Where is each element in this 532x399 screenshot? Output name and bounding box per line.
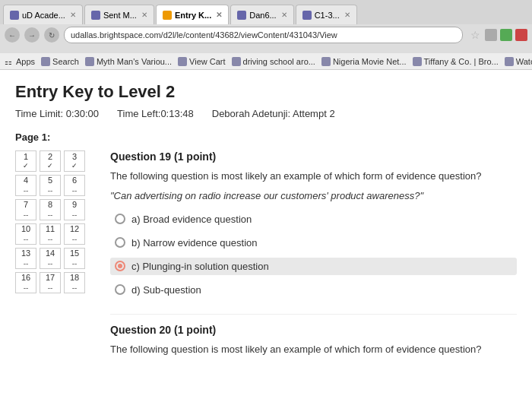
q20-text: The following question is most likely an… bbox=[110, 342, 517, 357]
q19-option-d[interactable]: d) Sub-question bbox=[110, 281, 517, 299]
main-layout: 1 ✓ 2 ✓ 3 ✓ bbox=[15, 150, 517, 363]
q19-text: The following question is most likely an… bbox=[110, 169, 517, 184]
q19-header: Question 19 (1 point) bbox=[110, 150, 517, 163]
q19-option-c[interactable]: c) Plunging-in solution question bbox=[110, 258, 517, 275]
q19-options: a) Broad evidence question b) Narrow evi… bbox=[110, 211, 517, 299]
bm-phat[interactable]: Watch Phat Girlz... bbox=[505, 57, 532, 66]
bm-myth[interactable]: Myth Man's Variou... bbox=[85, 57, 172, 66]
question-separator bbox=[110, 314, 517, 315]
bm-tiffany[interactable]: Tiffany & Co. | Bro... bbox=[413, 57, 499, 66]
apps-icon: ⚏ bbox=[5, 57, 14, 66]
q-nav-cell-13[interactable]: 13 -- bbox=[15, 248, 36, 269]
q-nav-row-1: 1 ✓ 2 ✓ 3 ✓ bbox=[15, 150, 95, 172]
bm-favicon bbox=[413, 57, 422, 66]
bm-label: Apps bbox=[16, 57, 35, 66]
q-nav-cell-12[interactable]: 12 -- bbox=[64, 223, 85, 245]
q-nav-row-6: 16 -- 17 -- 18 -- bbox=[15, 272, 95, 293]
tab-label: Entry K... bbox=[175, 11, 211, 20]
bm-nigeria[interactable]: Nigeria Movie Net... bbox=[321, 57, 407, 66]
q-nav-cell-10[interactable]: 10 -- bbox=[15, 223, 36, 245]
bm-label: Search bbox=[52, 57, 79, 66]
radio-c[interactable] bbox=[115, 261, 125, 271]
q-nav-cell-9[interactable]: 9 -- bbox=[64, 199, 85, 220]
bm-search[interactable]: Search bbox=[41, 57, 79, 66]
tab-favicon bbox=[163, 11, 172, 20]
q-nav-row-5: 13 -- 14 -- 15 -- bbox=[15, 248, 95, 269]
q-nav-row-2: 4 -- 5 -- 6 -- bbox=[15, 175, 95, 196]
bm-driving[interactable]: driving school aro... bbox=[232, 57, 315, 66]
option-a-label: a) Broad evidence question bbox=[131, 214, 252, 225]
q19-quote: "Can advertising on radio increase our c… bbox=[110, 190, 517, 201]
q-nav-cell-8[interactable]: 8 -- bbox=[40, 199, 61, 220]
ext-icon-2[interactable] bbox=[500, 29, 512, 41]
page-title: Entry Key to Level 2 bbox=[15, 82, 517, 102]
bm-apps[interactable]: ⚏ Apps bbox=[5, 57, 35, 66]
q19-option-b[interactable]: b) Narrow evidence question bbox=[110, 234, 517, 252]
bm-label: Tiffany & Co. | Bro... bbox=[424, 57, 499, 66]
tab-close-icon[interactable]: ✕ bbox=[216, 11, 222, 19]
ext-icon-1[interactable] bbox=[485, 29, 497, 41]
tab-dan[interactable]: Dan6... ✕ bbox=[230, 5, 293, 24]
tab-entry[interactable]: Entry K... ✕ bbox=[156, 5, 229, 24]
back-button[interactable]: ← bbox=[5, 27, 20, 43]
q-nav-cell-7[interactable]: 7 -- bbox=[15, 199, 36, 220]
tab-c3[interactable]: C1-3... ✕ bbox=[296, 5, 357, 24]
tab-label: uD Acade... bbox=[22, 11, 65, 20]
bm-favicon bbox=[321, 57, 331, 66]
tab-label: Dan6... bbox=[249, 11, 276, 20]
bm-label: Watch Phat Girlz... bbox=[516, 57, 532, 66]
q-nav-cell-11[interactable]: 11 -- bbox=[40, 223, 61, 245]
q-nav-row-3: 7 -- 8 -- 9 -- bbox=[15, 199, 95, 220]
tab-ud[interactable]: uD Acade... ✕ bbox=[3, 5, 83, 24]
bm-cart[interactable]: View Cart bbox=[178, 57, 225, 66]
tab-close-icon[interactable]: ✕ bbox=[141, 11, 147, 19]
q20-header: Question 20 (1 point) bbox=[110, 324, 517, 336]
bm-favicon bbox=[232, 57, 241, 66]
browser-chrome: uD Acade... ✕ Sent M... ✕ Entry K... ✕ D… bbox=[0, 0, 532, 53]
ext-icon-3[interactable] bbox=[515, 29, 527, 41]
address-box[interactable]: udallas.brightspace.com/d2l/le/content/4… bbox=[64, 27, 463, 43]
time-limit: Time Limit: 0:30:00 bbox=[15, 108, 99, 119]
meta-row: Time Limit: 0:30:00 Time Left:0:13:48 De… bbox=[15, 108, 517, 119]
forward-button[interactable]: → bbox=[24, 27, 40, 43]
radio-a[interactable] bbox=[115, 214, 125, 224]
time-left: Time Left:0:13:48 bbox=[117, 108, 194, 119]
q-nav-cell-6[interactable]: 6 -- bbox=[64, 175, 85, 196]
bm-label: View Cart bbox=[189, 57, 225, 66]
bookmarks-bar: ⚏ Apps Search Myth Man's Variou... View … bbox=[0, 53, 532, 70]
q-nav-cell-3[interactable]: 3 ✓ bbox=[64, 150, 85, 172]
bm-label: driving school aro... bbox=[243, 57, 315, 66]
q-nav-row-4: 10 -- 11 -- 12 -- bbox=[15, 223, 95, 245]
option-c-label: c) Plunging-in solution question bbox=[131, 261, 269, 272]
tab-favicon bbox=[302, 11, 312, 20]
q-nav-cell-16[interactable]: 16 -- bbox=[15, 272, 36, 293]
tab-close-icon[interactable]: ✕ bbox=[344, 11, 350, 19]
question-nav: 1 ✓ 2 ✓ 3 ✓ bbox=[15, 150, 95, 363]
tab-label: Sent M... bbox=[103, 11, 137, 20]
tab-close-icon[interactable]: ✕ bbox=[281, 11, 287, 19]
option-d-label: d) Sub-question bbox=[131, 284, 201, 296]
q-nav-cell-18[interactable]: 18 -- bbox=[64, 272, 85, 293]
q19-option-a[interactable]: a) Broad evidence question bbox=[110, 211, 517, 228]
bm-favicon bbox=[85, 57, 94, 66]
tab-sent[interactable]: Sent M... ✕ bbox=[84, 5, 154, 24]
q-nav-cell-1[interactable]: 1 ✓ bbox=[15, 150, 36, 172]
option-b-label: b) Narrow evidence question bbox=[131, 237, 257, 249]
tab-favicon bbox=[91, 11, 100, 20]
tab-favicon bbox=[237, 11, 246, 20]
page-label: Page 1: bbox=[15, 131, 517, 143]
q-nav-cell-2[interactable]: 2 ✓ bbox=[40, 150, 61, 172]
q-nav-cell-14[interactable]: 14 -- bbox=[40, 248, 61, 269]
refresh-button[interactable]: ↻ bbox=[44, 27, 59, 43]
q-nav-cell-4[interactable]: 4 -- bbox=[15, 175, 36, 196]
radio-b[interactable] bbox=[115, 237, 125, 248]
tab-close-icon[interactable]: ✕ bbox=[70, 11, 76, 19]
tab-bar: uD Acade... ✕ Sent M... ✕ Entry K... ✕ D… bbox=[0, 0, 532, 24]
extension-icons bbox=[485, 29, 527, 41]
radio-d[interactable] bbox=[115, 284, 125, 295]
q-nav-cell-15[interactable]: 15 -- bbox=[64, 248, 85, 269]
q-nav-cell-17[interactable]: 17 -- bbox=[40, 272, 61, 293]
tab-label: C1-3... bbox=[315, 11, 340, 20]
bookmark-star-icon[interactable]: ☆ bbox=[470, 29, 480, 41]
q-nav-cell-5[interactable]: 5 -- bbox=[40, 175, 61, 196]
